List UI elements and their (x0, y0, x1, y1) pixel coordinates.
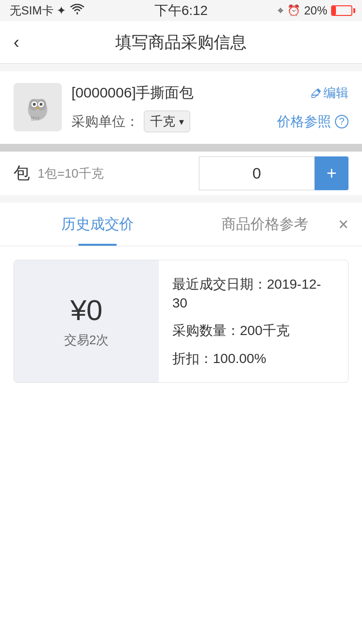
price-amount: ¥0 (70, 294, 103, 327)
divider-bar (0, 144, 362, 152)
price-content: ¥0 交易2次 最近成交日期：2019-12-30 采购数量：200千克 折扣：… (0, 246, 362, 396)
product-thumbnail: 智汁 (14, 83, 62, 131)
tab-product-price-label: 商品价格参考 (222, 214, 308, 234)
status-bar: 无SIM卡 ✦ 下午6:12 ⌖ ⏰ 20% (0, 0, 362, 21)
price-recent-date: 最近成交日期：2019-12-30 (172, 275, 334, 312)
product-info: [0000006]手撕面包 编辑 采购单位： 千克 ▾ 价格参照 ? (71, 83, 348, 132)
edit-icon (311, 88, 321, 98)
product-name: [0000006]手撕面包 (71, 83, 194, 103)
svg-point-6 (40, 103, 42, 106)
purchase-qty-label: 采购数量： (172, 323, 240, 338)
price-transactions: 交易2次 (64, 332, 109, 349)
bottom-space (0, 396, 362, 644)
quantity-unit: 包 (14, 162, 30, 184)
price-purchase-qty: 采购数量：200千克 (172, 321, 334, 340)
quantity-conversion: 1包=10千克 (38, 165, 104, 182)
svg-point-5 (33, 103, 36, 106)
owl-logo-icon: 智汁 (21, 90, 55, 124)
carrier-text: 无SIM卡 ✦ (10, 3, 66, 18)
edit-button[interactable]: 编辑 (311, 84, 348, 101)
price-card-right: 最近成交日期：2019-12-30 采购数量：200千克 折扣：100.00% (159, 260, 348, 382)
status-time: 下午6:12 (154, 1, 208, 20)
page-title: 填写商品采购信息 (115, 31, 247, 54)
price-discount: 折扣：100.00% (172, 349, 334, 368)
unit-select[interactable]: 千克 ▾ (144, 111, 190, 132)
quantity-row: 包 1包=10千克 0 + (0, 152, 362, 195)
back-button[interactable]: ‹ (14, 32, 19, 53)
tab-underline (78, 244, 117, 246)
close-button[interactable]: × (338, 214, 348, 235)
product-header: [0000006]手撕面包 编辑 (71, 83, 348, 103)
discount-value: 100.00% (213, 351, 266, 366)
purchase-qty-value: 200千克 (240, 323, 290, 338)
status-right: ⌖ ⏰ 20% (278, 4, 352, 17)
help-circle-icon: ? (335, 115, 348, 128)
price-ref-label: 价格参照 (277, 112, 331, 131)
tab-product-price-ref[interactable]: 商品价格参考 (181, 203, 348, 246)
quantity-plus-button[interactable]: + (315, 156, 348, 190)
wifi-icon (70, 4, 84, 17)
quantity-input[interactable]: 0 (199, 156, 315, 190)
tab-history-label: 历史成交价 (61, 214, 134, 234)
price-reference-button[interactable]: 价格参照 ? (277, 112, 348, 131)
product-unit-row: 采购单位： 千克 ▾ 价格参照 ? (71, 111, 348, 132)
battery-fill (332, 6, 336, 15)
status-left: 无SIM卡 ✦ (10, 3, 84, 18)
alarm-icon: ⏰ (287, 4, 300, 17)
product-card: 智汁 [0000006]手撕面包 编辑 采购单位： 千克 ▾ (0, 71, 362, 144)
price-card: ¥0 交易2次 最近成交日期：2019-12-30 采购数量：200千克 折扣：… (14, 260, 348, 383)
price-card-left: ¥0 交易2次 (14, 260, 159, 382)
product-top: 智汁 [0000006]手撕面包 编辑 采购单位： 千克 ▾ (14, 83, 348, 132)
recent-date-label: 最近成交日期： (172, 277, 267, 292)
quantity-right: 0 + (199, 156, 348, 190)
tab-history-price[interactable]: 历史成交价 (14, 203, 181, 246)
quantity-left: 包 1包=10千克 (14, 162, 104, 184)
battery-percent: 20% (304, 4, 327, 17)
chevron-down-icon: ▾ (179, 116, 184, 127)
unit-value: 千克 (150, 113, 175, 130)
svg-text:智汁: 智汁 (30, 116, 40, 121)
tabs-bar: 历史成交价 商品价格参考 × (0, 203, 362, 246)
location-icon: ⌖ (278, 4, 283, 17)
discount-label: 折扣： (172, 351, 213, 366)
nav-bar: ‹ 填写商品采购信息 (0, 21, 362, 64)
battery-icon (331, 5, 352, 16)
unit-label: 采购单位： (71, 112, 139, 131)
